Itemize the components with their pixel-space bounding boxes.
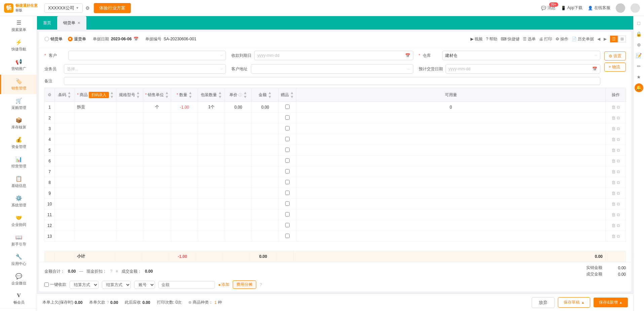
delete-row-icon[interactable]: 🗑 [611, 169, 616, 174]
gift-checkbox[interactable] [285, 158, 290, 163]
cell-product[interactable] [75, 166, 116, 177]
cell-barcode[interactable] [55, 156, 75, 166]
cell-gift[interactable] [279, 145, 296, 156]
barcode-sort-icon[interactable]: ▲▼ [67, 91, 71, 99]
gift-checkbox[interactable] [285, 115, 290, 120]
cell-barcode[interactable] [55, 209, 75, 220]
amount-input[interactable] [158, 281, 215, 288]
cell-spec[interactable] [116, 188, 143, 199]
cell-product[interactable] [75, 220, 116, 231]
cell-unit[interactable] [143, 177, 171, 188]
gift-checkbox[interactable] [285, 191, 290, 195]
sidebar-item-marketing[interactable]: 📢 营销推广 [0, 55, 37, 75]
cell-pack-qty[interactable] [198, 145, 225, 156]
sidebar-item-sales[interactable]: 🏷️ 销售管理 [0, 75, 37, 94]
cell-gift[interactable] [279, 102, 296, 113]
cell-barcode[interactable] [55, 231, 75, 242]
cell-price[interactable] [225, 145, 252, 156]
cell-pack-qty[interactable] [198, 123, 225, 134]
cell-price[interactable] [225, 188, 252, 199]
copy-row-icon[interactable]: ⧉ [617, 115, 620, 120]
cell-qty[interactable] [171, 199, 198, 209]
copy-row-icon[interactable]: ⧉ [617, 191, 620, 196]
sidebar-item-purchase[interactable]: 🛒 采购管理 [0, 94, 37, 114]
copy-row-icon[interactable]: ⧉ [617, 212, 620, 217]
cell-unit[interactable] [143, 145, 171, 156]
cell-qty[interactable] [171, 113, 198, 123]
cell-qty[interactable] [171, 231, 198, 242]
cell-product[interactable] [75, 134, 116, 145]
cell-gift[interactable] [279, 220, 296, 231]
cell-product[interactable] [75, 156, 116, 166]
nav-prev-icon[interactable]: ◀ [597, 37, 600, 41]
delete-row-icon[interactable]: 🗑 [611, 212, 616, 217]
gift-checkbox[interactable] [285, 212, 290, 217]
radio-return[interactable]: 退货单 [68, 36, 86, 42]
cell-qty[interactable] [171, 123, 198, 134]
cell-pack-qty[interactable] [198, 113, 225, 123]
cell-price[interactable] [225, 156, 252, 166]
print-btn[interactable]: 🖨 打印 [539, 36, 552, 42]
gift-checkbox[interactable] [285, 223, 290, 227]
cell-product[interactable] [75, 188, 116, 199]
company-selector[interactable]: XXXXXX公司 ▼ [44, 3, 83, 13]
cell-barcode[interactable] [55, 145, 75, 156]
cell-barcode[interactable] [55, 113, 75, 123]
price-sort-icon[interactable]: ▲▼ [243, 91, 247, 99]
history-btn[interactable]: 📄 历史单据 [572, 36, 594, 42]
gift-checkbox[interactable] [285, 105, 290, 109]
cell-gift[interactable] [279, 156, 296, 166]
cell-gift[interactable] [279, 231, 296, 242]
expected-delivery-input[interactable]: yyyy-mm-dd 📅 [446, 64, 600, 74]
gift-checkbox[interactable] [285, 180, 290, 184]
cell-spec[interactable] [116, 145, 143, 156]
cell-spec[interactable] [116, 231, 143, 242]
cell-barcode[interactable] [55, 199, 75, 209]
cell-qty[interactable] [171, 177, 198, 188]
expense-info-icon[interactable]: ? [260, 282, 262, 287]
right-panel-note-icon[interactable]: 📝 [635, 51, 643, 60]
price-info-icon[interactable]: ⓘ [238, 92, 242, 98]
cell-gift[interactable] [279, 166, 296, 177]
cell-pack-qty[interactable] [198, 220, 225, 231]
cell-amount[interactable] [252, 113, 279, 123]
cell-amount[interactable] [252, 166, 279, 177]
avatar-extra[interactable] [631, 3, 640, 13]
cell-amount[interactable] [252, 156, 279, 166]
cell-barcode[interactable] [55, 188, 75, 199]
calendar-icon[interactable]: 📅 [134, 37, 139, 41]
cell-gift[interactable] [279, 177, 296, 188]
amount-sort-icon[interactable]: ▲▼ [268, 91, 272, 99]
operation-btn[interactable]: ⚙ 操作 [556, 36, 568, 42]
cell-product[interactable] [75, 199, 116, 209]
cell-barcode[interactable] [55, 102, 75, 113]
delete-row-icon[interactable]: 🗑 [611, 137, 616, 142]
delete-row-icon[interactable]: 🗑 [611, 158, 616, 163]
collection-date-input[interactable]: yyyy-mm-dd 📅 [254, 51, 413, 60]
salesperson-input[interactable]: 选择... ··· [64, 64, 226, 74]
cell-amount[interactable] [252, 188, 279, 199]
cell-barcode[interactable] [55, 166, 75, 177]
cell-unit[interactable] [143, 156, 171, 166]
list-view-btn[interactable]: ☰ [610, 36, 618, 42]
cell-spec[interactable] [116, 102, 143, 113]
shortcut-btn[interactable]: ⌨ 快捷键 [501, 36, 520, 42]
delete-row-icon[interactable]: 🗑 [611, 191, 616, 196]
cell-gift[interactable] [279, 188, 296, 199]
cell-qty[interactable] [171, 166, 198, 177]
save-draft-button[interactable]: 保存草稿 ▲ [558, 297, 590, 308]
pack-qty-sort-icon[interactable]: ▲▼ [218, 91, 222, 99]
cell-spec[interactable] [116, 134, 143, 145]
cell-pack-qty[interactable] [198, 231, 225, 242]
nav-next-icon[interactable]: ▶ [604, 37, 607, 41]
one-click-pay-checkbox[interactable]: 一键收款 [44, 282, 66, 287]
message-button[interactable]: 💬 消息 99+ [541, 5, 556, 11]
cell-price[interactable] [225, 134, 252, 145]
cell-amount[interactable] [252, 123, 279, 134]
cell-qty[interactable]: -1.00 [171, 102, 198, 113]
right-panel-lock-icon[interactable]: 🔒 [635, 30, 643, 38]
sidebar-item-wechat[interactable]: 💬 企业微信 [0, 270, 37, 289]
delete-row-icon[interactable]: 🗑 [611, 105, 616, 110]
cell-price[interactable] [225, 220, 252, 231]
spec-sort-icon[interactable]: ▲▼ [136, 91, 140, 99]
